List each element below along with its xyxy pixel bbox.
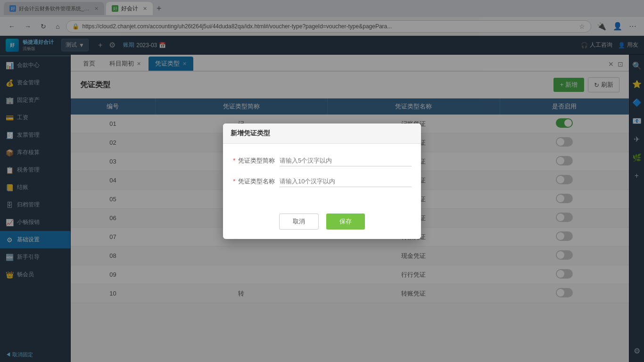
form-row-name: * 凭证类型名称	[232, 176, 412, 187]
dialog-body: * 凭证类型简称 * 凭证类型名称	[223, 144, 421, 208]
new-voucher-dialog: 新增凭证类型 * 凭证类型简称 * 凭证类型名称 取消 保存	[223, 123, 421, 239]
dialog-footer: 取消 保存	[223, 208, 421, 239]
dialog-header: 新增凭证类型	[223, 123, 421, 144]
required-abbr: *	[233, 157, 235, 164]
form-row-abbr: * 凭证类型简称	[232, 155, 412, 166]
dialog-overlay: 新增凭证类型 * 凭证类型简称 * 凭证类型名称 取消 保存	[0, 0, 644, 362]
name-input[interactable]	[280, 176, 412, 187]
dialog-title: 新增凭证类型	[231, 129, 270, 138]
save-button[interactable]: 保存	[326, 214, 365, 230]
required-name: *	[233, 178, 235, 185]
cancel-button[interactable]: 取消	[279, 214, 319, 230]
name-label: * 凭证类型名称	[232, 177, 275, 186]
abbr-label: * 凭证类型简称	[232, 156, 275, 165]
abbr-input[interactable]	[280, 155, 412, 166]
